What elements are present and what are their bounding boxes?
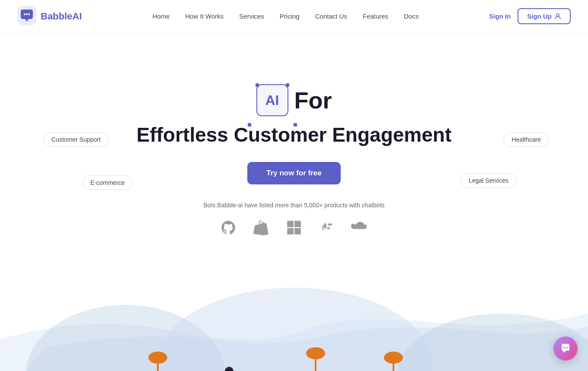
hero-headline: Effortless Customer Engagement [137, 123, 451, 146]
svg-point-1 [24, 13, 26, 15]
microsoft-icon [285, 219, 303, 236]
cta-button[interactable]: Try now for free [247, 162, 341, 184]
github-icon [220, 219, 237, 236]
cloudflare-icon [351, 219, 368, 236]
svg-point-4 [556, 14, 559, 16]
user-icon [554, 13, 561, 20]
logo-link[interactable]: BabbleAI [17, 6, 82, 27]
navbar: BabbleAI Home How It Works Services Pric… [0, 0, 588, 33]
svg-point-30 [565, 347, 566, 349]
svg-point-31 [567, 347, 568, 349]
hero-illustration [0, 288, 588, 371]
nav-home[interactable]: Home [152, 13, 169, 20]
logo-icon [17, 6, 36, 27]
nav-features[interactable]: Features [363, 13, 388, 20]
tag-ecommerce: E-commerce [82, 175, 133, 190]
nav-pricing[interactable]: Pricing [280, 13, 300, 20]
sign-in-button[interactable]: Sign In [489, 13, 511, 20]
shopify-icon [252, 219, 270, 236]
slack-icon [318, 219, 336, 236]
hero-title-row: AI For [256, 84, 332, 116]
nav-services[interactable]: Services [239, 13, 264, 20]
trusted-text: Bots.Babble-ai have listed more than 5,0… [203, 202, 384, 209]
illustration-svg [0, 288, 588, 371]
chat-widget-button[interactable] [553, 336, 578, 361]
svg-rect-5 [287, 221, 294, 227]
sign-up-button[interactable]: Sign Up [518, 8, 571, 24]
nav-docs[interactable]: Docs [404, 13, 419, 20]
nav-contact-us[interactable]: Contact Us [315, 13, 347, 20]
svg-point-3 [28, 13, 30, 15]
tag-healthcare: Healthcare [503, 132, 549, 147]
svg-point-16 [148, 352, 167, 364]
for-text: For [294, 87, 332, 114]
svg-point-20 [384, 352, 403, 364]
tag-customer-support: Customer Support [43, 132, 109, 147]
ai-box: AI [256, 84, 288, 116]
hero-section: Customer Support E-commerce Healthcare L… [0, 33, 588, 283]
chat-widget-icon [560, 343, 571, 354]
svg-point-2 [26, 13, 28, 15]
svg-point-29 [563, 347, 565, 349]
nav-links: Home How It Works Services Pricing Conta… [152, 13, 419, 20]
nav-how-it-works[interactable]: How It Works [185, 13, 224, 20]
svg-rect-8 [294, 228, 301, 235]
nav-actions: Sign In Sign Up [489, 8, 571, 24]
tag-legal-services: Legal Services [460, 173, 517, 188]
svg-rect-6 [294, 221, 301, 227]
svg-point-18 [306, 347, 325, 359]
integrations-row [220, 219, 368, 236]
logo-text: BabbleAI [41, 11, 82, 22]
svg-rect-7 [287, 228, 294, 235]
